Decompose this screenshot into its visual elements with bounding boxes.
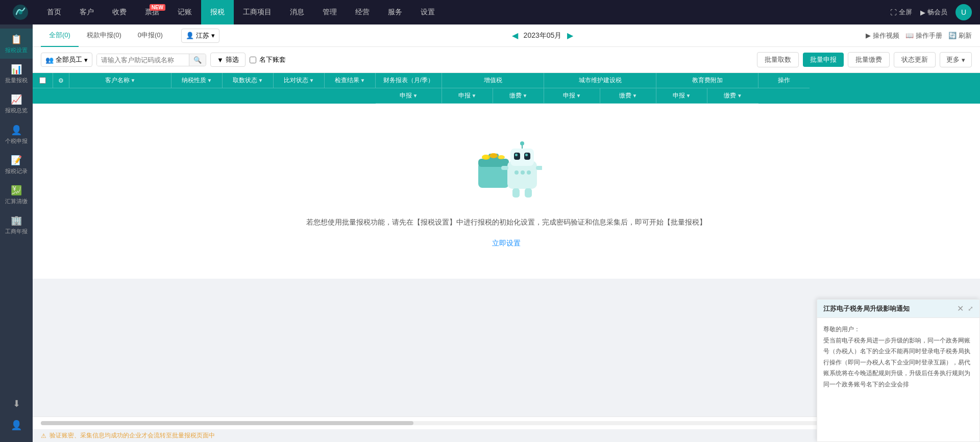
setup-link[interactable]: 立即设置: [492, 239, 521, 248]
employee-selector[interactable]: 👥 全部员工 ▾: [41, 53, 92, 67]
nav-business[interactable]: 工商项目: [234, 0, 281, 24]
search-wrap: 🔍: [96, 54, 206, 66]
nav-operation[interactable]: 经营: [346, 0, 379, 24]
th-edu-declare[interactable]: 申报▼: [656, 88, 707, 104]
next-month-button[interactable]: ▶: [567, 31, 573, 40]
nav-bookkeeping[interactable]: 记账: [168, 0, 201, 24]
th-compare-status[interactable]: 比对状态▼: [274, 73, 325, 88]
avatar[interactable]: U: [955, 4, 972, 20]
nav-tax[interactable]: 报税: [201, 0, 234, 24]
sidebar-label-tax-settings: 报税设置: [5, 47, 28, 54]
sidebar-item-tax-settings[interactable]: 📋 报税设置: [0, 29, 33, 59]
tab-tax-declaration[interactable]: 税款申报(0): [79, 24, 130, 47]
th-city-maintenance: 城市维护建设税: [544, 73, 656, 88]
fullscreen-button[interactable]: ⛶ 全屏: [890, 8, 912, 17]
svg-rect-19: [525, 188, 532, 198]
th-city-declare[interactable]: 申报▼: [544, 88, 600, 104]
sidebar-item-individual-tax[interactable]: 👤 个税申报: [0, 119, 33, 150]
tax-records-icon: 📝: [11, 155, 22, 166]
empty-message: 若您想使用批量报税功能，请先在【报税设置】中进行报税的初始化设置，完成密码验证和…: [306, 216, 706, 229]
th-fetch-status[interactable]: 取数状态▼: [223, 73, 274, 88]
region-selector[interactable]: 👤 江苏 ▾: [181, 29, 219, 43]
svg-point-7: [498, 155, 505, 159]
svg-point-15: [520, 141, 524, 145]
region-icon: 👤: [186, 32, 194, 39]
refresh-button[interactable]: 🔄 刷新: [948, 31, 972, 40]
logo[interactable]: [8, 4, 33, 20]
nav-home[interactable]: 首页: [38, 0, 70, 24]
member-icon: ▶: [920, 9, 925, 16]
header-row2: 申报▼ 申报▼ 缴费▼ 申报▼ 缴费▼: [33, 88, 980, 104]
employee-chevron-icon: ▾: [84, 56, 88, 64]
batch-pay-button[interactable]: 批量缴费: [848, 52, 890, 67]
svg-rect-9: [510, 149, 534, 166]
nav-billing[interactable]: 收费: [103, 0, 136, 24]
th-edu-pay[interactable]: 缴费▼: [707, 88, 758, 104]
operation-video-button[interactable]: ▶ 操作视频: [866, 31, 899, 40]
status-update-button[interactable]: 状态更新: [894, 52, 936, 67]
tax-settings-icon: 📋: [11, 34, 22, 45]
toolbar-right: 批量取数 批量申报 批量缴费 状态更新 更多 ▾: [757, 52, 972, 67]
search-button[interactable]: 🔍: [189, 54, 206, 66]
nav-customer[interactable]: 客户: [70, 0, 103, 24]
th-tax-nature[interactable]: 纳税性质▼: [172, 73, 223, 88]
sidebar-item-tax-overview[interactable]: 📈 报税总览: [0, 89, 33, 119]
nav-service[interactable]: 服务: [379, 0, 411, 24]
sidebar-item-tax-records[interactable]: 📝 报税记录: [0, 150, 33, 180]
account-checkbox-label[interactable]: 名下账套: [250, 55, 286, 64]
tab-all[interactable]: 全部(0): [41, 24, 79, 47]
nav-message[interactable]: 消息: [281, 0, 313, 24]
sidebar-item-download[interactable]: ⬇: [9, 393, 24, 414]
sidebar-item-business-annual[interactable]: 🏢 工商年报: [0, 210, 33, 240]
operation-manual-button[interactable]: 📖 操作手册: [905, 31, 942, 40]
nav-settings[interactable]: 设置: [411, 0, 444, 24]
th-financial-declare[interactable]: 申报▼: [376, 88, 442, 104]
th-vat-pay[interactable]: 缴费▼: [493, 88, 544, 104]
top-nav: 首页 客户 收费 票据 NEW 记账 报税 工商项目 消息 管理 经营 服务 设…: [0, 0, 980, 24]
refresh-icon: 🔄: [948, 32, 957, 39]
prev-month-button[interactable]: ◀: [512, 31, 518, 40]
business-annual-icon: 🏢: [11, 215, 22, 226]
sidebar-item-profile[interactable]: 👤: [9, 414, 24, 436]
member-button[interactable]: ▶ 畅会员: [920, 8, 947, 17]
th-checkbox[interactable]: [33, 73, 53, 88]
sidebar-item-batch-tax[interactable]: 📊 批量报税: [0, 59, 33, 89]
tax-overview-icon: 📈: [11, 94, 22, 105]
batch-submit-button[interactable]: 批量申报: [803, 53, 844, 67]
empty-state: 若您想使用批量报税功能，请先在【报税设置】中进行报税的初始化设置，完成密码验证和…: [33, 104, 980, 279]
svg-rect-12: [515, 154, 518, 156]
svg-rect-13: [525, 154, 528, 156]
filter-button[interactable]: ▼ 筛选: [210, 53, 246, 67]
th-city-pay[interactable]: 缴费▼: [600, 88, 656, 104]
sidebar-label-business-annual: 工商年报: [5, 228, 28, 235]
search-input[interactable]: [97, 54, 189, 66]
nav-manage[interactable]: 管理: [313, 0, 346, 24]
invoice-badge: NEW: [150, 4, 165, 11]
batch-fetch-button[interactable]: 批量取数: [757, 52, 799, 67]
notification-resize-icon[interactable]: ⤢: [968, 305, 973, 312]
select-all-checkbox[interactable]: [39, 77, 46, 84]
th-customer-name[interactable]: 客户名称▼: [69, 73, 172, 88]
more-button[interactable]: 更多 ▾: [940, 52, 972, 67]
notification-title: 江苏电子税务局升级影响通知: [823, 304, 910, 313]
individual-tax-icon: 👤: [11, 125, 22, 136]
account-checkbox[interactable]: [250, 57, 256, 63]
sidebar-label-tax-records: 报税记录: [5, 168, 28, 175]
month-nav: ◀ 2023年05月 ▶: [512, 31, 573, 40]
notification-body[interactable]: 尊敬的用户： 受当前电子税务局进一步升级的影响，同一个政务网账号（办税人）名下的…: [817, 318, 979, 441]
manual-icon: 📖: [905, 32, 914, 39]
notification-close-button[interactable]: ✕: [957, 304, 964, 313]
sidebar-bottom: ⬇ 👤: [9, 393, 24, 442]
sort-icon: ▼: [632, 93, 638, 99]
download-icon: ⬇: [13, 398, 20, 409]
th-vat-declare[interactable]: 申报▼: [442, 88, 493, 104]
svg-point-5: [482, 155, 490, 160]
nav-items: 首页 客户 收费 票据 NEW 记账 报税 工商项目 消息 管理 经营 服务 设…: [38, 0, 890, 24]
svg-rect-11: [524, 153, 530, 160]
tab-zero-declaration[interactable]: 0申报(0): [130, 24, 171, 47]
sidebar-item-annual-settlement[interactable]: 💹 汇算清缴: [0, 180, 33, 210]
nav-invoice[interactable]: 票据 NEW: [136, 0, 168, 24]
sort-icon: ▼: [472, 93, 477, 99]
profile-icon: 👤: [11, 420, 22, 431]
th-check-result[interactable]: 检查结果▼: [325, 73, 376, 88]
